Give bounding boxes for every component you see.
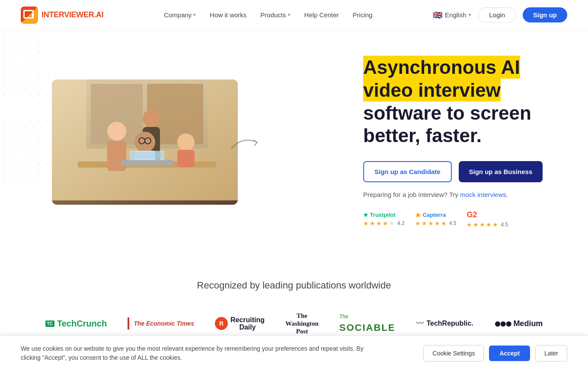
signup-candidate-button[interactable]: Sign up as Candidate xyxy=(363,161,452,182)
publications-title: Recognized by leading publications world… xyxy=(35,280,553,291)
chevron-down-icon: ▾ xyxy=(469,12,471,18)
logo-text: INTERVIEWER.AI xyxy=(42,10,104,19)
signup-business-button[interactable]: Sign up as Business xyxy=(459,161,543,182)
techcrunch-logo[interactable]: TC TechCrunch xyxy=(45,319,107,329)
capterra-rating: Capterra ★ ★ ★ ★ ★ 4.5 xyxy=(415,212,457,227)
hero-buttons: Sign up as Candidate Sign up as Business xyxy=(363,161,553,182)
signup-button[interactable]: Sign up xyxy=(523,7,567,22)
capterra-logo: Capterra xyxy=(415,212,446,218)
trustpilot-stars: ★ ★ ★ ★ ★ 4.2 xyxy=(363,220,405,227)
svg-rect-15 xyxy=(121,160,173,166)
cookie-actions: Cookie Settings Accept Later xyxy=(423,345,567,361)
sociable-logo[interactable]: The SOCIABLE xyxy=(339,314,396,333)
g2-stars: ★ ★ ★ ★ ★ 4.5 xyxy=(467,221,508,228)
capterra-stars: ★ ★ ★ ★ ★ 4.5 xyxy=(415,220,457,227)
et-bar-icon xyxy=(128,317,129,330)
nav-company[interactable]: Company ▾ xyxy=(164,11,196,19)
language-selector[interactable]: 🇬🇧 English ▾ xyxy=(433,10,471,20)
cookie-banner: We use cookies on our website to give yo… xyxy=(0,335,588,371)
nav-pricing[interactable]: Pricing xyxy=(353,11,373,19)
svg-rect-17 xyxy=(177,150,195,167)
economic-times-logo[interactable]: The Economic Times xyxy=(128,317,194,330)
chevron-down-icon: ▾ xyxy=(193,12,196,18)
medium-logo[interactable]: ●●● Medium xyxy=(494,317,543,330)
hero-section: Asynchronous AI video interview software… xyxy=(0,30,588,254)
logo-icon xyxy=(21,6,38,24)
medium-dots-icon: ●●● xyxy=(494,317,511,330)
logo[interactable]: INTERVIEWER.AI xyxy=(21,6,104,24)
svg-point-7 xyxy=(143,110,160,127)
flag-icon: 🇬🇧 xyxy=(433,10,442,20)
trustpilot-rating: ★ Trustpilot ★ ★ ★ ★ ★ 4.2 xyxy=(363,212,405,227)
dot-pattern-right xyxy=(562,30,588,125)
svg-rect-6 xyxy=(107,141,126,171)
cookie-later-button[interactable]: Later xyxy=(535,345,567,361)
hero-title: Asynchronous AI video interview software… xyxy=(363,56,553,147)
hero-image-wrap xyxy=(52,79,238,205)
hero-title-line2: software to screen better, faster. xyxy=(363,102,531,146)
language-label: English xyxy=(445,11,466,19)
arrow-decoration xyxy=(229,133,264,155)
hero-image xyxy=(52,79,238,205)
dot-pattern-left xyxy=(0,30,56,186)
svg-point-16 xyxy=(177,133,195,151)
nav-actions: 🇬🇧 English ▾ Login Sign up xyxy=(433,7,567,22)
chevron-down-icon: ▾ xyxy=(288,12,291,18)
nav-links: Company ▾ How it works Products ▾ Help C… xyxy=(164,11,372,19)
cookie-settings-button[interactable]: Cookie Settings xyxy=(423,345,484,361)
mock-interviews-link[interactable]: mock interviews. xyxy=(460,191,508,198)
svg-rect-19 xyxy=(131,152,163,159)
trustpilot-logo: ★ Trustpilot xyxy=(363,212,396,218)
cookie-accept-button[interactable]: Accept xyxy=(489,346,530,361)
cookie-text: We use cookies on our website to give yo… xyxy=(21,344,367,362)
ratings-section: ★ Trustpilot ★ ★ ★ ★ ★ 4.2 Capterra xyxy=(363,210,553,228)
rd-icon: R xyxy=(215,317,228,330)
recruiting-daily-logo[interactable]: R RecruitingDaily xyxy=(215,316,265,331)
login-button[interactable]: Login xyxy=(478,7,516,22)
navbar: INTERVIEWER.AI Company ▾ How it works Pr… xyxy=(0,0,588,30)
hero-content: Asynchronous AI video interview software… xyxy=(329,56,553,228)
svg-point-5 xyxy=(107,122,126,141)
hero-people-illustration xyxy=(52,79,238,205)
techrepublic-wave-icon: 〰 xyxy=(416,319,424,328)
g2-logo: G2 xyxy=(467,210,477,219)
hero-title-highlight: Asynchronous AI video interview xyxy=(363,56,520,101)
nav-how-it-works[interactable]: How it works xyxy=(210,11,246,19)
svg-marker-20 xyxy=(415,212,421,218)
nav-help-center[interactable]: Help Center xyxy=(304,11,339,19)
g2-rating: G2 ★ ★ ★ ★ ★ 4.5 xyxy=(467,210,508,228)
hero-mock-text: Preparing for a job interview? Try mock … xyxy=(363,191,553,198)
techrepublic-logo[interactable]: 〰 TechRepublic. xyxy=(416,319,473,328)
washington-post-logo[interactable]: TheWashingtonPost xyxy=(285,312,319,335)
nav-products[interactable]: Products ▾ xyxy=(260,11,290,19)
